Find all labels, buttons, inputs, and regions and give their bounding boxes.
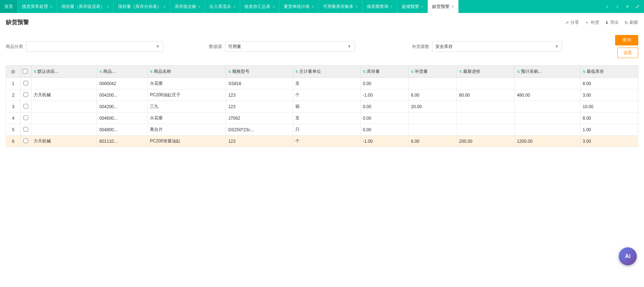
close-shortage-tab[interactable]: × bbox=[452, 5, 454, 9]
row-stock-4: 0.00 bbox=[361, 124, 409, 136]
tab-home[interactable]: 首页 bbox=[0, 0, 18, 13]
close-requisition-tab[interactable]: × bbox=[312, 5, 314, 9]
row-name-0: 火花塞 bbox=[148, 78, 226, 89]
row-code-4: 004800... bbox=[97, 124, 148, 136]
tab-flow[interactable]: 出入库流水 × bbox=[205, 0, 240, 13]
col-replenish-qty-header: ⇅ 补货量 bbox=[409, 66, 457, 78]
table-row: 4 004600... 火花塞 J7092 支 0.00 8.00 bbox=[6, 112, 638, 124]
tab-expiry[interactable]: 保质期查询 × bbox=[362, 0, 397, 13]
sort-min-stock-icon[interactable]: ⇅ bbox=[583, 70, 586, 74]
close-summary-tab[interactable]: × bbox=[273, 5, 275, 9]
row-est-purchase-2 bbox=[514, 101, 580, 112]
row-spec-5: 123 bbox=[226, 136, 293, 147]
close-inventory-status-tab[interactable]: × bbox=[107, 5, 109, 9]
table-row: 1 0000042 火花塞 SS816 支 0.00 8.00 bbox=[6, 78, 638, 89]
datasource-filter-group: 数据源 可用量 ▼ bbox=[209, 41, 406, 52]
sort-supplier-icon[interactable]: ⇅ bbox=[34, 70, 36, 74]
col-name-header: ⇅ 商品名称 bbox=[148, 66, 226, 78]
col-checkbox-header[interactable] bbox=[21, 66, 31, 78]
col-settings-header[interactable]: ⚙ bbox=[6, 66, 21, 78]
nav-prev-btn[interactable]: ‹ bbox=[602, 1, 612, 12]
row-checkbox-3[interactable] bbox=[21, 112, 31, 124]
row-supplier-3 bbox=[31, 112, 97, 124]
tab-overstock[interactable]: 超储预警 × bbox=[397, 0, 428, 13]
row-unit-2: 箱 bbox=[293, 101, 361, 112]
column-settings-icon[interactable]: ⚙ bbox=[11, 69, 16, 75]
tab-batch[interactable]: 库存批次账 × bbox=[170, 0, 205, 13]
close-overstock-tab[interactable]: × bbox=[421, 5, 423, 9]
row-code-3: 004600... bbox=[97, 112, 148, 124]
row-checkbox-4[interactable] bbox=[21, 124, 31, 136]
tab-summary[interactable]: 收发存汇总表 × bbox=[240, 0, 279, 13]
replenish-icon: ＋ bbox=[585, 19, 589, 26]
sort-replenish-qty-icon[interactable]: ⇅ bbox=[411, 70, 414, 74]
replenish-button[interactable]: ＋ 补货 bbox=[585, 19, 599, 26]
row-latest-price-4 bbox=[457, 124, 514, 136]
row-checkbox-2[interactable] bbox=[21, 101, 31, 112]
close-batch-tab[interactable]: × bbox=[199, 5, 201, 9]
nav-close-btn[interactable]: × bbox=[622, 1, 632, 12]
row-spec-0: SS816 bbox=[226, 78, 293, 89]
category-select[interactable]: ▼ bbox=[26, 41, 163, 52]
tab-available[interactable]: 可用量库存账本 × bbox=[319, 0, 362, 13]
row-stock-1: -1.00 bbox=[361, 89, 409, 101]
row-stock-2: 0.00 bbox=[361, 101, 409, 112]
row-min-stock-5: 3.00 bbox=[580, 136, 638, 147]
filter-actions: 查询 设置 bbox=[615, 35, 638, 58]
row-num-4: 5 bbox=[6, 124, 21, 136]
sort-code-icon[interactable]: ⇅ bbox=[99, 70, 102, 74]
row-num-1: 2 bbox=[6, 89, 21, 101]
row-est-purchase-1: 480.00 bbox=[514, 89, 580, 101]
row-supplier-0 bbox=[31, 78, 97, 89]
tab-inventory-status[interactable]: 现存量（库存状况表） × bbox=[57, 0, 114, 13]
sort-latest-price-icon[interactable]: ⇅ bbox=[459, 70, 462, 74]
col-supplier-header: ⇅ 默认供应... bbox=[31, 66, 97, 78]
category-filter-group: 商品分类 ▼ bbox=[6, 41, 203, 52]
table-row: 6 力天机械 801110... PC200张紧油缸 123 个 -1.00 6… bbox=[6, 136, 638, 147]
row-num-0: 1 bbox=[6, 78, 21, 89]
row-min-stock-1: 3.00 bbox=[580, 89, 638, 101]
share-button[interactable]: ↗ 分享 bbox=[565, 19, 579, 26]
nav-next-btn[interactable]: › bbox=[612, 1, 622, 12]
close-expiry-tab[interactable]: × bbox=[391, 5, 393, 9]
sort-name-icon[interactable]: ⇅ bbox=[150, 70, 153, 74]
table-row: 5 004800... 离合片 DS250*23c... 只 0.00 1.00 bbox=[6, 124, 638, 136]
row-stock-5: -1.00 bbox=[361, 136, 409, 147]
nav-expand-btn[interactable]: ⤢ bbox=[632, 1, 643, 12]
col-spec-header: ⇅ 规格型号 bbox=[226, 66, 293, 78]
close-available-tab[interactable]: × bbox=[356, 5, 358, 9]
ai-assistant-button[interactable]: Ai bbox=[619, 247, 637, 265]
tab-shortage[interactable]: 缺货预警 × bbox=[428, 0, 458, 13]
refresh-button[interactable]: ↻ 刷新 bbox=[625, 19, 638, 26]
col-code-header: ⇅ 商品... bbox=[97, 66, 148, 78]
sort-unit-icon[interactable]: ⇅ bbox=[295, 70, 298, 74]
row-checkbox-1[interactable] bbox=[21, 89, 31, 101]
row-unit-5: 个 bbox=[293, 136, 361, 147]
table-row: 3 004200... 三九 123 箱 0.00 20.00 10.00 bbox=[6, 101, 638, 112]
row-supplier-1: 力天机械 bbox=[31, 89, 97, 101]
close-flow-tab[interactable]: × bbox=[233, 5, 235, 9]
settings-button[interactable]: 设置 bbox=[617, 48, 638, 58]
row-checkbox-0[interactable] bbox=[21, 78, 31, 89]
sort-est-purchase-icon[interactable]: ⇅ bbox=[517, 70, 520, 74]
row-checkbox-5[interactable] bbox=[21, 136, 31, 147]
tab-picking[interactable]: 拣货异常处理 × bbox=[18, 0, 57, 13]
tab-inventory-dist[interactable]: 现存量（库存分布表） × bbox=[114, 0, 170, 13]
sort-spec-icon[interactable]: ⇅ bbox=[228, 70, 231, 74]
datasource-select[interactable]: 可用量 ▼ bbox=[225, 41, 355, 52]
datasource-value: 可用量 bbox=[228, 44, 241, 50]
row-min-stock-4: 1.00 bbox=[580, 124, 638, 136]
replenish-dropdown-icon: ▼ bbox=[554, 44, 559, 49]
query-button[interactable]: 查询 bbox=[615, 35, 638, 45]
replenish-select[interactable]: 安全库存 ▼ bbox=[432, 41, 562, 52]
close-inventory-dist-tab[interactable]: × bbox=[164, 5, 166, 9]
row-code-5: 801110... bbox=[97, 136, 148, 147]
category-label: 商品分类 bbox=[6, 44, 23, 50]
tab-requisition[interactable]: 要货单统计表 × bbox=[279, 0, 319, 13]
datasource-label: 数据源 bbox=[209, 44, 222, 50]
export-button[interactable]: ⬇ 导出 bbox=[605, 19, 619, 26]
sort-stock-icon[interactable]: ⇅ bbox=[363, 70, 366, 74]
row-min-stock-3: 8.00 bbox=[580, 112, 638, 124]
select-all-checkbox[interactable] bbox=[23, 69, 27, 74]
close-picking-tab[interactable]: × bbox=[50, 5, 52, 9]
